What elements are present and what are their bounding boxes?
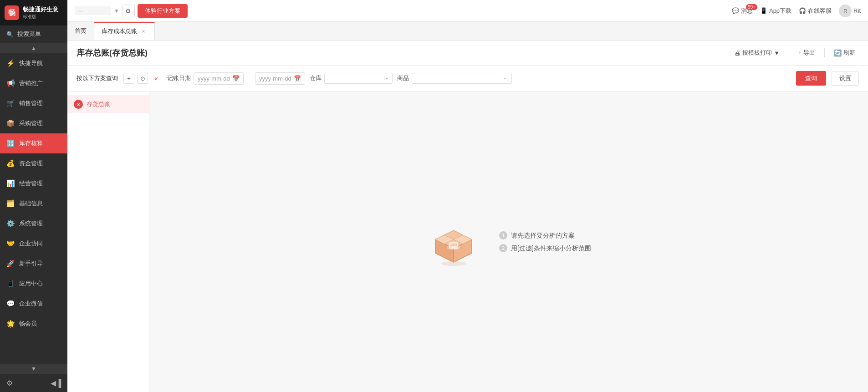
breadcrumb-text: ··· (75, 6, 111, 15)
date-start-input[interactable]: yyyy-mm-dd 📅 (194, 72, 244, 85)
nav-label-shortcut: 快捷导航 (19, 59, 43, 67)
sidebar-scroll-down[interactable]: ▼ (0, 364, 67, 374)
date-separator: — (246, 75, 252, 82)
tab-close-btn[interactable]: × (140, 28, 147, 35)
empty-tip-2: 2 用[过滤]条件来缩小分析范围 (499, 242, 591, 255)
nav-icon-apps: 📱 (6, 280, 15, 288)
warehouse-more-icon[interactable]: ··· (384, 76, 388, 81)
sidebar-item-base[interactable]: 🗂️ 基础信息 (0, 193, 67, 214)
product-field-group: 商品 ··· (397, 73, 512, 84)
header-divider1 (789, 48, 789, 57)
online-support-btn[interactable]: 🎧 在线客服 (799, 7, 832, 15)
scheme-item-icon: ⊙ (74, 100, 83, 109)
date-start-placeholder: yyyy-mm-dd (198, 75, 230, 82)
query-btn[interactable]: 查询 (796, 71, 826, 86)
logo-text: 畅捷通好生意 标准版 (23, 6, 58, 20)
sidebar-item-finance[interactable]: 💰 资金管理 (0, 153, 67, 173)
product-field-label: 商品 (397, 74, 409, 82)
filter-row: 记账日期 yyyy-mm-dd 📅 — yyyy-mm-dd 📅 仓库 ··· (167, 72, 791, 85)
date-field-group: 记账日期 yyyy-mm-dd 📅 — yyyy-mm-dd 📅 (167, 72, 305, 85)
tab-home-label: 首页 (75, 27, 87, 35)
nav-icon-system: ⚙️ (6, 219, 15, 228)
sidebar-item-shortcut[interactable]: ⚡ 快捷导航 (0, 53, 67, 73)
refresh-icon: 🔄 (834, 49, 842, 56)
empty-state: 1 请先选择要分析的方案 2 用[过滤]条件来缩小分析范围 (426, 214, 591, 269)
user-info[interactable]: R Rit (839, 5, 861, 17)
filter-section-label: 按以下方案查询 (77, 74, 118, 82)
nav-label-cooperation: 企业协同 (19, 239, 43, 248)
sidebar-item-vip[interactable]: 🌟 畅会员 (0, 314, 67, 334)
scheme-item-inventory-ledger[interactable]: ⊙ 存货总账 (67, 95, 149, 113)
app-download-label: App下载 (769, 7, 791, 15)
message-icon: 💬 (732, 7, 739, 14)
app-version: 标准版 (23, 14, 58, 20)
sidebar-scroll-up[interactable]: ▲ (0, 43, 67, 53)
search-menu[interactable]: 🔍 搜索菜单 (0, 25, 67, 43)
nav-label-newbie: 新手引导 (19, 260, 43, 268)
nav-icon-purchase: 📦 (6, 119, 15, 127)
export-btn[interactable]: ↑ 导出 (795, 47, 819, 59)
tab-active-label: 库存成本总账 (102, 27, 137, 36)
sidebar-item-purchase[interactable]: 📦 采购管理 (0, 113, 67, 133)
print-label: 按模板打印 (742, 49, 772, 57)
tab-home[interactable]: 首页 (67, 22, 94, 40)
warehouse-select[interactable]: ··· (324, 73, 393, 84)
app-name: 畅捷通好生意 (23, 6, 58, 14)
search-menu-label: 搜索菜单 (17, 30, 41, 38)
logo-icon: 畅 (5, 5, 19, 20)
user-name: Rit (853, 7, 861, 14)
sidebar-item-newbie[interactable]: 🚀 新手引导 (0, 254, 67, 274)
empty-tip-1: 1 请先选择要分析的方案 (499, 229, 591, 242)
breadcrumb-arrow-icon[interactable]: ▼ (114, 8, 119, 14)
nav-label-wechat: 企业微信 (19, 300, 43, 308)
header-divider2 (824, 48, 825, 57)
svg-point-9 (441, 261, 466, 266)
settings-footer-icon[interactable]: ⚙ (6, 379, 13, 387)
scheme-list: ⊙ 存货总账 (67, 92, 149, 392)
sidebar-item-operation[interactable]: 📊 经营管理 (0, 173, 67, 193)
nav-label-vip: 畅会员 (19, 320, 37, 328)
sound-footer-icon[interactable]: ◀▐ (51, 379, 61, 387)
date-end-input[interactable]: yyyy-mm-dd 📅 (255, 72, 305, 85)
calendar-end-icon[interactable]: 📅 (294, 75, 301, 82)
filter-collapse-btn[interactable]: « (151, 73, 162, 84)
filter-add-btn[interactable]: + (123, 73, 134, 84)
nav-label-inventory: 库存核算 (19, 139, 43, 148)
topbar-settings-btn[interactable]: ⚙ (122, 5, 135, 17)
industry-plan-btn[interactable]: 体验行业方案 (138, 4, 188, 18)
nav-label-finance: 资金管理 (19, 159, 43, 168)
sidebar-item-marketing[interactable]: 📢 营销推广 (0, 73, 67, 93)
warehouse-field-label: 仓库 (310, 74, 322, 82)
nav-icon-cooperation: 🤝 (6, 239, 15, 248)
tab-inventory-ledger[interactable]: 库存成本总账 × (94, 22, 155, 40)
empty-tips: 1 请先选择要分析的方案 2 用[过滤]条件来缩小分析范围 (499, 229, 591, 255)
nav-label-system: 系统管理 (19, 219, 43, 228)
sidebar-item-sales[interactable]: 🛒 销售管理 (0, 93, 67, 113)
refresh-label: 刷新 (843, 49, 855, 57)
print-expand-icon: ▼ (774, 50, 780, 56)
product-more-icon[interactable]: ··· (504, 76, 508, 81)
page-settings-btn[interactable]: 设置 (832, 71, 859, 86)
tip-num-1: 1 (499, 231, 507, 239)
sidebar-item-wechat[interactable]: 💬 企业微信 (0, 294, 67, 314)
nav-label-operation: 经营管理 (19, 179, 43, 188)
filter-manage-btn[interactable]: ⊙ (137, 73, 148, 84)
messages-btn[interactable]: 💬 消息 99+ (732, 7, 753, 15)
scheme-item-label: 存货总账 (87, 100, 110, 108)
messages-badge: 99+ (746, 4, 757, 10)
nav-icon-operation: 📊 (6, 179, 15, 188)
nav-icon-newbie: 🚀 (6, 260, 15, 268)
app-download-btn[interactable]: 📱 App下载 (760, 7, 791, 15)
product-select[interactable]: ··· (412, 73, 512, 84)
app-logo: 畅 畅捷通好生意 标准版 (0, 0, 67, 25)
nav-icon-inventory: 🔢 (6, 139, 15, 148)
sidebar-item-inventory[interactable]: 🔢 库存核算 (0, 133, 67, 153)
sidebar-item-apps[interactable]: 📱 应用中心 (0, 274, 67, 294)
refresh-btn[interactable]: 🔄 刷新 (830, 47, 859, 59)
tip-text-2: 用[过滤]条件来缩小分析范围 (511, 242, 591, 255)
sidebar-item-system[interactable]: ⚙️ 系统管理 (0, 214, 67, 234)
print-btn[interactable]: 🖨 按模板打印 ▼ (730, 47, 783, 59)
sidebar-item-cooperation[interactable]: 🤝 企业协同 (0, 234, 67, 254)
svg-rect-6 (449, 242, 458, 249)
calendar-start-icon[interactable]: 📅 (232, 75, 240, 82)
